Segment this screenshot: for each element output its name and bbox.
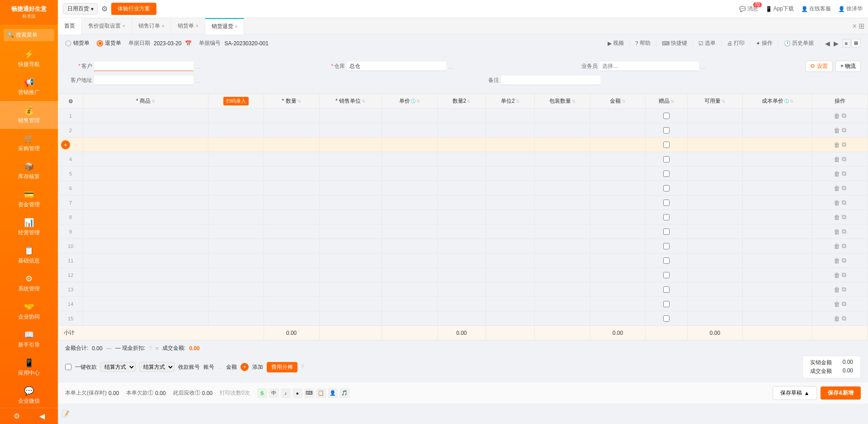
th-config[interactable]: ⚙ [58,94,83,109]
r7-copy[interactable]: ⧉ [842,199,846,206]
r14-unit[interactable] [319,297,382,311]
r11-qty[interactable] [264,253,319,268]
r9-price[interactable] [382,224,437,239]
row-2-delete-btn[interactable]: 🗑 [834,126,840,134]
radio-sales[interactable]: 销货单 [65,39,90,47]
r15-copy[interactable]: ⧉ [842,314,846,322]
r13-prod[interactable] [83,282,208,297]
r6-amount[interactable] [590,181,646,195]
sort-price-icon[interactable]: ⇅ [416,99,420,104]
tab-sales-return[interactable]: 销货退货 × [205,18,245,34]
r10-gift-checkbox[interactable] [663,243,670,249]
r4-qty2[interactable] [437,152,486,167]
sidebar-item-apps[interactable]: 📱 应用中心 [0,353,58,381]
r12-pkg[interactable] [534,268,590,282]
customer-dots[interactable]: ... [195,63,201,70]
radio-return[interactable]: 退货单 [97,39,121,47]
r9-prod[interactable] [83,224,208,239]
r13-del[interactable]: 🗑 [834,286,840,293]
r5-unit2[interactable] [486,167,535,181]
nav-prev-btn[interactable]: ◀ [825,40,830,47]
r15-gift-checkbox[interactable] [663,315,670,322]
sort-gift-icon[interactable]: ⇅ [670,99,674,104]
sidebar-item-operations[interactable]: 📊 经营管理 [0,213,58,241]
r14-del[interactable]: 🗑 [834,300,840,308]
r13-qty2[interactable] [437,282,486,297]
bottom-icon-mic[interactable]: ♪ [281,388,291,398]
logistics-btn[interactable]: + 物流 [835,61,861,72]
discount-help-icon[interactable]: ? [149,345,152,352]
operate-btn[interactable]: ✦ 操作 [756,39,773,47]
staff-dots[interactable]: ... [701,63,706,70]
bottom-icon-board[interactable]: 📋 [316,388,326,398]
r14-copy[interactable]: ⧉ [842,300,846,308]
address-input[interactable] [94,76,193,85]
r4-prod[interactable] [83,152,208,167]
row-1-unit2[interactable] [486,109,535,123]
r12-avail[interactable] [687,268,743,282]
r8-unit2[interactable] [486,210,535,224]
bottom-icon-s[interactable]: S [257,388,267,398]
r6-prod[interactable] [83,181,208,195]
row-3-copy-btn[interactable]: ⧉ [842,141,846,148]
r13-qty[interactable] [264,282,319,297]
tab-sales-invoice[interactable]: 销货单 × [171,18,205,34]
r12-price[interactable] [382,268,437,282]
row-2-unit[interactable] [319,123,382,138]
sort-unit-icon[interactable]: ⇅ [362,99,365,104]
r7-gift-checkbox[interactable] [663,200,670,206]
account-dots[interactable]: ... [218,364,222,370]
list-view-btn[interactable]: ≡ [842,39,850,48]
sort-qty-icon[interactable]: ⇅ [297,99,301,104]
sidebar-item-enterprise[interactable]: 🤝 企业协同 [0,297,58,325]
sidebar-item-inventory[interactable]: 📦 库存核算 [0,157,58,185]
r15-del[interactable]: 🗑 [834,314,840,322]
r5-cost[interactable] [743,167,812,181]
sort-product-icon[interactable]: ⇅ [151,99,155,104]
r10-prod[interactable] [83,239,208,253]
r15-qty[interactable] [264,311,319,326]
r11-amount[interactable] [590,253,646,268]
tab-close-order[interactable]: × [162,24,165,29]
r13-cost[interactable] [743,282,812,297]
remark-input[interactable] [501,76,600,85]
sort-qty2-icon[interactable]: ⇅ [467,99,471,104]
r11-unit2[interactable] [486,253,535,268]
r6-qty2[interactable] [437,181,486,195]
r11-price[interactable] [382,253,437,268]
r9-qty[interactable] [264,224,319,239]
r7-price[interactable] [382,195,437,210]
save-draft-button[interactable]: 保存草稿 ▲ [773,386,817,400]
r13-gift-checkbox[interactable] [663,286,670,293]
address-dots[interactable]: ... [195,77,201,84]
row-2-pkg[interactable] [534,123,590,138]
r12-prod[interactable] [83,268,208,282]
r9-qty2[interactable] [437,224,486,239]
add-amount-btn[interactable]: + [241,363,249,371]
bottom-icon-dot[interactable]: ● [292,388,302,398]
tab-sales-order[interactable]: 销售订单 × [132,18,171,34]
warehouse-dots[interactable]: ... [448,63,453,70]
r13-unit2[interactable] [486,282,535,297]
quick-btn-person[interactable]: 👤 [59,422,72,424]
r4-avail[interactable] [687,152,743,167]
r4-del[interactable]: 🗑 [834,155,840,163]
row-1-price[interactable] [382,109,437,123]
r6-copy[interactable]: ⧉ [842,184,846,192]
close-tab-button[interactable]: × [853,22,857,30]
r4-qty[interactable] [264,152,319,167]
row-3-qty[interactable] [264,138,319,152]
r8-prod[interactable] [83,210,208,224]
price-info-icon[interactable]: ⓘ [411,98,415,105]
cost-info-icon[interactable]: ⓘ [784,98,789,105]
sidebar-item-guide[interactable]: 📖 新手引导 [0,325,58,353]
r11-gift-checkbox[interactable] [663,257,670,264]
r14-avail[interactable] [687,297,743,311]
r5-gift-checkbox[interactable] [663,171,670,177]
r5-copy[interactable]: ⧉ [842,170,846,177]
r11-unit[interactable] [319,253,382,268]
row-3-price[interactable] [382,138,437,152]
message-button[interactable]: 💬 消息 70 [739,5,758,13]
row-2-unit2[interactable] [486,123,535,138]
r6-cost[interactable] [743,181,812,195]
